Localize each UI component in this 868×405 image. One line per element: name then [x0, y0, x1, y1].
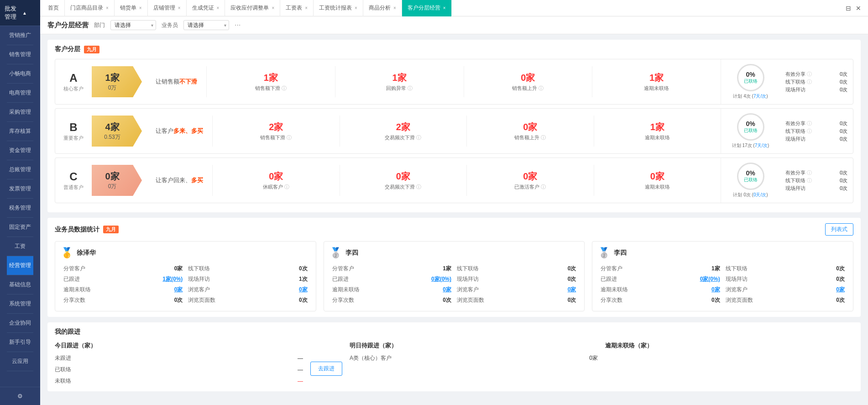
tab-close-icon[interactable]: × [393, 5, 396, 11]
agent-stat-row: 分享次数 0次 [598, 295, 722, 305]
tab-生成凭证[interactable]: 生成凭证× [187, 0, 225, 16]
sidebar-item-税务管理[interactable]: 税务管理 [7, 199, 33, 218]
tab-close-icon[interactable]: × [178, 5, 181, 11]
tab-销货单[interactable]: 销货单× [115, 0, 148, 16]
dept-label: 部门 [94, 21, 105, 29]
tab-首页[interactable]: 首页 [42, 0, 65, 16]
tier-stat[interactable]: 2家 销售额下滑 ⓘ [212, 116, 340, 147]
agent-select[interactable]: 请选择 [183, 20, 229, 30]
tab-close-icon[interactable]: × [272, 5, 274, 11]
tier-stat[interactable]: 0家 销售额上升 ⓘ [466, 116, 594, 147]
tier-slogan-A: 让销售额不下滑 [142, 78, 206, 86]
tier-right-stats-C: 有效分享 ⓘ 0次 线下联络 ⓘ 0次 现场拜访 0次 [780, 165, 853, 196]
agent-medal-icon: 🥈 [598, 247, 610, 259]
agent-card-0: 🥇 徐泽华 分管客户 0家 已跟进 1家(0%) 逾期未联络 0家 分享次数 0… [55, 241, 316, 311]
agent-stat-row: 分管客户 0家 [61, 263, 185, 274]
agent-select-wrap[interactable]: 请选择 [183, 20, 229, 30]
tier-stat[interactable]: 0家 交易频次下滑 ⓘ [340, 165, 467, 196]
sidebar-item-系统管理[interactable]: 系统管理 [7, 295, 33, 314]
agent-name: 李四 [614, 249, 627, 257]
tab-客户分层经营[interactable]: 客户分层经营× [402, 0, 452, 16]
sidebar-item-总账管理[interactable]: 总账管理 [7, 160, 33, 179]
tab-close-all-icon[interactable]: ✕ [853, 5, 863, 12]
tab-close-icon[interactable]: × [217, 5, 220, 11]
sidebar-item-库存核算[interactable]: 库存核算 [7, 122, 33, 141]
biz-month: 九月 [103, 226, 119, 233]
sidebar-item-资金管理[interactable]: 资金管理 [7, 141, 33, 160]
sidebar-item-经营管理[interactable]: 经营管理 [7, 256, 33, 275]
agent-stats-grid: 分管客户 0家 已跟进 1家(0%) 逾期未联络 0家 分享次数 0次 线下联络… [61, 263, 310, 305]
tier-stat[interactable]: 0家 逾期未联络 [594, 165, 721, 196]
tier-stat[interactable]: 0家 销售额上升 ⓘ [464, 66, 592, 97]
tab-bar: 首页门店商品目录×销货单×店铺管理×生成凭证×应收应付调整单×工资表×工资统计报… [40, 0, 868, 16]
tab-工资表[interactable]: 工资表× [280, 0, 314, 16]
agent-stats-left: 分管客户 1家 已跟进 0家(0%) 逾期未联络 0家 分享次数 0次 [329, 263, 454, 305]
agent-stat-row: 浏览页面数 0次 [185, 295, 310, 305]
agent-stat-row: 分享次数 0次 [61, 295, 185, 305]
tab-prev-icon[interactable]: ⊟ [843, 5, 853, 12]
agent-stat-row: 已跟进 0家(0%) [329, 274, 454, 284]
tab-close-icon[interactable]: × [305, 5, 308, 11]
follow-btn-col: 去跟进 [310, 342, 342, 376]
tab-close-icon[interactable]: × [443, 5, 446, 11]
tab-close-icon[interactable]: × [106, 5, 109, 11]
tier-stat[interactable]: 1家 逾期未联络 [592, 66, 721, 97]
sidebar-collapse-icon[interactable]: ▲ [20, 11, 38, 16]
sidebar-item-电商管理[interactable]: 电商管理 [7, 84, 33, 103]
agent-stats-right: 线下联络 0次 现场拜访 0次 浏览客户 0家 浏览页面数 0次 [723, 263, 847, 305]
tier-stats-B: 2家 销售额下滑 ⓘ 2家 交易频次下滑 ⓘ 0家 销售额上升 ⓘ 1家 逾期未… [212, 116, 721, 147]
tier-circle-A: 0% 已联络 计划 4次 (7天/次) [721, 59, 780, 104]
tab-close-icon[interactable]: × [139, 5, 142, 11]
sidebar-item-营销推广[interactable]: 营销推广 [7, 26, 33, 45]
today-col-title: 今日跟进（家） [55, 342, 303, 350]
tier-stat[interactable]: 0家 已激活客户 ⓘ [466, 165, 594, 196]
tier-stat[interactable]: 0家 休眠客户 ⓘ [212, 165, 340, 196]
sidebar-item-云应用[interactable]: 云应用 [7, 352, 33, 371]
sidebar-item-小畅电商[interactable]: 小畅电商 [7, 64, 33, 84]
dept-select[interactable]: 请选择 [110, 20, 156, 30]
tier-stat[interactable]: 1家 回购异常 ⓘ [335, 66, 464, 97]
tab-close-icon[interactable]: × [355, 5, 357, 11]
filter-more-icon[interactable]: ··· [235, 21, 241, 29]
agent-stat-row: 浏览客户 0家 [185, 284, 310, 295]
tab-店铺管理[interactable]: 店铺管理× [148, 0, 187, 16]
agent-stat-row: 已跟进 0家(0%) [598, 274, 722, 284]
tier-stat[interactable]: 2家 交易频次下滑 ⓘ [340, 116, 467, 147]
tier-stat[interactable]: 1家 销售额下滑 ⓘ [206, 66, 335, 97]
follow-button[interactable]: 去跟进 [310, 362, 342, 376]
tab-应收应付调整单[interactable]: 应收应付调整单× [225, 0, 280, 16]
tier-right-stats-A: 有效分享 ⓘ 0次 线下联络 ⓘ 0次 现场拜访 0次 [780, 66, 853, 98]
tomorrow-follow-col: 明日待跟进（家） A类（核心）客户0家 [350, 342, 598, 363]
customer-layer-title: 客户分层 九月 [55, 45, 853, 53]
dept-select-wrap[interactable]: 请选择 [110, 20, 156, 30]
sidebar-item-新手引导[interactable]: 新手引导 [7, 333, 33, 352]
agent-stat-row: 现场拜访 0次 [723, 274, 847, 284]
tier-slogan-C: 让客户回来、多买 [142, 176, 212, 184]
tier-right-stats-B: 有效分享 ⓘ 0次 线下联络 ⓘ 0次 现场拜访 0次 [780, 116, 853, 147]
tier-label-B: B 重要客户 [55, 114, 92, 149]
biz-section-header: 业务员数据统计 九月 列表式 [55, 223, 853, 236]
tier-stat[interactable]: 1家 逾期未联络 [594, 116, 721, 147]
sidebar-item-固定资产[interactable]: 固定资产 [7, 218, 33, 237]
my-follow-title: 我的跟进 [55, 328, 853, 336]
filter-bar: 客户分层经营 部门 请选择 业务员 请选择 ··· [40, 16, 868, 34]
sidebar-item-采购管理[interactable]: 采购管理 [7, 103, 33, 122]
sidebar-item-基础信息[interactable]: 基础信息 [7, 275, 33, 295]
list-view-button[interactable]: 列表式 [825, 223, 853, 236]
tab-工资统计报表[interactable]: 工资统计报表× [314, 0, 363, 16]
agent-stat-row: 分管客户 1家 [329, 263, 454, 274]
tier-row-C: C 普通客户 0家 0万 让客户回来、多买 0家 休眠客户 ⓘ 0家 交易频次下… [55, 158, 853, 203]
sidebar-gear-icon[interactable]: ⚙ [0, 387, 40, 405]
tab-商品分析[interactable]: 商品分析× [363, 0, 402, 16]
sidebar-header[interactable]: 批发管理 ▲ [0, 0, 40, 26]
sidebar-item-工资[interactable]: 工资 [7, 237, 33, 256]
sidebar-item-发票管理[interactable]: 发票管理 [7, 179, 33, 199]
sidebar-item-销售管理[interactable]: 销售管理 [7, 45, 33, 64]
agent-medal-icon: 🥈 [329, 247, 342, 259]
tab-门店商品目录[interactable]: 门店商品目录× [65, 0, 115, 16]
agent-stat-row: 线下联络 0次 [454, 263, 579, 274]
follow-today-row: 未联络— [55, 376, 303, 386]
follow-today-row: 未跟进— [55, 353, 303, 363]
sidebar-item-企业协同[interactable]: 企业协同 [7, 314, 33, 333]
agent-label: 业务员 [162, 21, 178, 29]
